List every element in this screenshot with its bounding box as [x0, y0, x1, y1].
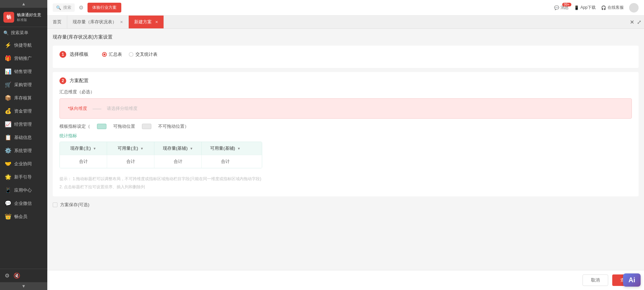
stats-header-current-main[interactable]: 现存量(主)▼	[60, 142, 107, 155]
dim-placeholder: 请选择分组维度	[107, 105, 138, 112]
sidebar-label-system: 系统管理	[14, 148, 32, 154]
tab-home-label: 首页	[53, 19, 61, 25]
sidebar-item-marketing[interactable]: 🎁营销推广	[0, 52, 47, 65]
sidebar-label-marketing: 营销推广	[14, 55, 32, 62]
sidebar-item-enterprise-wechat[interactable]: 💬企业微信	[0, 197, 47, 210]
user-avatar[interactable]	[629, 3, 639, 13]
topbar-search-placeholder: 搜索	[63, 5, 71, 10]
logo-badge: 标准版	[17, 18, 41, 22]
sidebar-label-sales: 销售管理	[14, 69, 32, 75]
indicators-draggable-label: 可拖动位置	[113, 123, 135, 129]
stats-col-label-current-main: 现存量(主)	[70, 145, 91, 151]
sidebar-icon-marketing: 🎁	[5, 55, 11, 62]
topbar-search-icon: 🔍	[56, 5, 61, 10]
stats-header-available-main[interactable]: 可用量(主)▼	[107, 142, 154, 155]
topbar-right: 💬 消息 99+ 📱 App下载 🎧 在线客服	[554, 3, 639, 13]
sidebar-icon-enterprise: 🤝	[5, 161, 11, 167]
sidebar-item-base-info[interactable]: 📋基础信息	[0, 131, 47, 144]
sidebar-label-operations: 经营管理	[14, 121, 32, 127]
dim-vertical-label: *纵向维度	[68, 105, 87, 112]
chevron-down-icon: ▼	[93, 147, 96, 150]
sidebar-label-finance: 资金管理	[14, 108, 32, 114]
sidebar-icon-finance: 💰	[5, 108, 11, 114]
sidebar-item-system[interactable]: ⚙️系统管理	[0, 144, 47, 157]
message-badge: 99+	[562, 3, 571, 6]
settings-icon[interactable]: ⚙	[5, 272, 9, 279]
sidebar-icon-app-center: 📱	[5, 187, 11, 193]
app-icon: 📱	[574, 5, 579, 10]
radio-summary[interactable]: 汇总表	[102, 51, 122, 57]
stats-header-available-aux[interactable]: 可用量(基辅)▼	[202, 142, 249, 155]
chevron-down-icon: ▼	[140, 147, 144, 150]
save-option-label: 方案保存(可选)	[60, 202, 90, 208]
dimension-box[interactable]: *纵向维度 —— 请选择分组维度	[59, 98, 632, 119]
sidebar-scroll-up[interactable]: ▲	[0, 0, 47, 8]
sidebar-label-member: 畅会员	[14, 214, 27, 220]
sidebar-icon-base-info: 📋	[5, 134, 11, 141]
sidebar-item-inventory[interactable]: 📦库存核算	[0, 91, 47, 104]
sidebar-label-enterprise: 企业协同	[14, 161, 32, 167]
search-icon: 🔍	[3, 30, 9, 35]
footer-bar: 取消 查询	[47, 270, 644, 290]
ai-badge[interactable]: Ai	[623, 273, 641, 287]
section-plan-config: 2 方案配置 汇总维度（必选） *纵向维度 —— 请选择分组维度 模板指标设定（…	[53, 72, 639, 196]
section2-title: 方案配置	[70, 78, 89, 84]
page-content: 现存量(库存状况表)方案设置 1 选择模板 汇总表交叉统计表 2 方案配置 汇总…	[47, 29, 644, 270]
tab-inventory-close[interactable]: ✕	[120, 20, 123, 24]
radio-circle-summary	[102, 52, 107, 57]
cancel-button[interactable]: 取消	[583, 274, 608, 286]
sidebar-nav: ⚡快捷导航🎁营销推广📊销售管理🛒采购管理📦库存核算💰资金管理📈经营管理📋基础信息…	[0, 39, 47, 269]
topbar-gear-icon[interactable]: ⚙	[79, 4, 83, 11]
sidebar-icon-system: ⚙️	[5, 147, 11, 154]
tab-inventory-status[interactable]: 现存量（库存状况表） ✕	[67, 16, 129, 28]
tab-new-close[interactable]: ✕	[155, 20, 158, 24]
tab-home[interactable]: 首页	[47, 16, 67, 28]
radio-label-summary: 汇总表	[109, 51, 122, 57]
topbar-search-box[interactable]: 🔍 搜索	[53, 3, 75, 12]
stats-body-available-main: 合计	[107, 155, 154, 168]
sidebar-item-member[interactable]: 👑畅会员	[0, 210, 47, 223]
stats-body-available-aux: 合计	[202, 155, 249, 168]
topbar-online-service[interactable]: 🎧 在线客服	[601, 5, 624, 10]
sidebar-item-finance[interactable]: 💰资金管理	[0, 104, 47, 118]
sidebar-label-new-guide: 新手引导	[14, 174, 32, 180]
stats-body-current-aux: 合计	[154, 155, 202, 168]
tab-new-plan[interactable]: 新建方案 ✕	[129, 16, 164, 28]
section2-num: 2	[59, 77, 66, 84]
sidebar-item-enterprise[interactable]: 🤝企业协同	[0, 157, 47, 170]
stats-header-current-aux[interactable]: 现存量(基辅)▼	[154, 142, 202, 155]
section2-header: 2 方案配置	[59, 77, 632, 84]
indicators-label: 模板指标设定（	[59, 123, 90, 129]
sidebar-item-sales[interactable]: 📊销售管理	[0, 65, 47, 78]
sidebar-icon-operations: 📈	[5, 121, 11, 127]
sidebar-item-operations[interactable]: 📈经营管理	[0, 118, 47, 131]
sidebar-item-app-center[interactable]: 📱应用中心	[0, 184, 47, 197]
sidebar-scroll-down[interactable]: ▼	[0, 282, 47, 290]
tabs-close-icon[interactable]: ✕	[630, 19, 634, 25]
sidebar-label-purchase: 采购管理	[14, 82, 32, 88]
topbar-app-download[interactable]: 📱 App下载	[574, 5, 596, 10]
stats-section: 统计指标 现存量(主)▼可用量(主)▼现存量(基辅)▼可用量(基辅)▼ 合计合计…	[59, 133, 632, 169]
sidebar-item-purchase[interactable]: 🛒采购管理	[0, 78, 47, 91]
chevron-down-icon: ▼	[190, 147, 193, 150]
sidebar-label-app-center: 应用中心	[14, 187, 32, 193]
dim-required-label: 汇总维度（必选）	[59, 89, 632, 95]
topbar-messages[interactable]: 💬 消息 99+	[554, 5, 569, 10]
sidebar-item-quick-nav[interactable]: ⚡快捷导航	[0, 39, 47, 52]
stats-table: 现存量(主)▼可用量(主)▼现存量(基辅)▼可用量(基辅)▼ 合计合计合计合计	[59, 142, 262, 168]
radio-cross[interactable]: 交叉统计表	[129, 51, 157, 57]
trial-button[interactable]: 体验行业方案	[88, 3, 121, 13]
stats-body-current-main: 合计	[60, 155, 107, 168]
topbar-app-label: App下载	[580, 5, 596, 10]
tabs-expand-icon[interactable]: ⤢	[637, 19, 641, 25]
tabs-controls: ✕ ⤢	[630, 19, 644, 25]
sidebar-search[interactable]: 🔍 搜索菜单	[0, 27, 47, 39]
chevron-down-icon: ▼	[237, 147, 241, 150]
sidebar-item-new-guide[interactable]: 🌟新手引导	[0, 170, 47, 184]
tab-new-label: 新建方案	[134, 19, 152, 25]
topbar: 🔍 搜索 ⚙ 体验行业方案 💬 消息 99+ 📱 App下载 🎧 在线客服	[47, 0, 644, 16]
save-checkbox[interactable]	[53, 202, 57, 207]
tab-inventory-label: 现存量（库存状况表）	[73, 19, 117, 25]
sidebar-icon-inventory: 📦	[5, 95, 11, 101]
sound-icon[interactable]: 🔇	[14, 272, 20, 279]
